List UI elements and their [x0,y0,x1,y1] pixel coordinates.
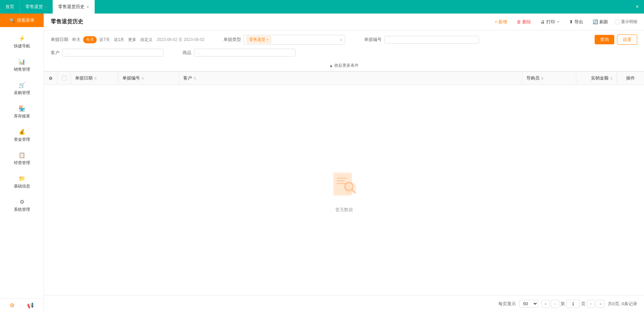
bill-no-input[interactable] [384,36,479,44]
manage-icon: 📋 [18,151,26,159]
date-options: 昨天 今天 近7天 近1月 更多 自定义 [71,36,154,43]
goods-label: 商品 [183,50,191,56]
svg-rect-3 [337,180,345,181]
bill-type-tag: 零售退货 × [247,36,271,43]
filter-collapse-button[interactable]: ▲ 收起更多条件 [51,61,637,71]
sidebar-item-quick[interactable]: ⚡ 快捷导航 [2,30,42,53]
sidebar-item-manage-label: 经营管理 [14,160,30,166]
tab-home[interactable]: 首页 [0,0,20,14]
quick-icon: ⚡ [18,35,26,42]
sidebar-item-stock-label: 库存核算 [14,113,30,119]
last-page-button[interactable]: » [596,300,604,308]
th-customer[interactable]: 客户 ⇅ [179,72,522,85]
collapse-up-icon: ▲ [329,63,333,68]
bill-type-tag-close[interactable]: × [267,38,269,42]
th-checkbox-input[interactable] [62,76,67,81]
filter-collapse-label: 收起更多条件 [334,63,359,68]
first-page-button[interactable]: « [542,300,550,308]
sidebar-item-purchase-label: 采购管理 [14,90,30,96]
tab-retail-return-history-close[interactable]: × [87,5,89,9]
page-total: 共0页, 0条记录 [608,301,637,307]
th-settings-icon: ⚙ [49,76,53,81]
prev-page-button[interactable]: ‹ [551,300,559,308]
system-icon: ⚙ [18,198,26,205]
goods-input[interactable]: … [194,49,295,57]
show-detail-text: 显示明细 [621,19,637,25]
sidebar-item-finance[interactable]: 💰 资金管理 [2,124,42,147]
page-nav: « ‹ 第 页 › » [542,300,604,308]
th-bill-date[interactable]: 单据日期 ⇅ [71,72,118,85]
sidebar-item-quick-label: 快捷导航 [14,43,30,49]
svg-rect-2 [337,178,347,179]
th-checkbox[interactable] [57,72,71,85]
th-bill-no-label: 单据编号 [122,75,140,81]
filter-customer: 客户 … [51,49,164,57]
tab-home-label: 首页 [5,4,14,10]
search-icon: 🔍 [9,18,15,23]
sidebar-item-finance-label: 资金管理 [14,137,30,142]
sidebar-item-sales[interactable]: 📊 销售管理 [2,54,42,76]
sidebar-item-basic[interactable]: 📁 基础信息 [2,171,42,193]
page-unit: 页 [581,301,586,307]
goods-placeholder: … [197,50,201,55]
next-page-button[interactable]: › [587,300,595,308]
th-customer-sort-icon: ⇅ [193,76,196,80]
th-amount[interactable]: 实销金额 ⇅ [576,72,617,85]
new-button[interactable]: + 新增 [492,18,510,26]
tab-retail-return[interactable]: 零售退货 × [20,0,53,14]
show-detail-checkbox[interactable] [615,20,620,24]
delete-button[interactable]: 🗑 删除 [514,18,534,26]
customer-label: 客户 [51,50,59,56]
date-opt-more[interactable]: 更多 [127,36,138,43]
query-settings-buttons: 查询 设置 [595,35,637,45]
settings-button[interactable]: 设置 [617,35,637,45]
th-settings[interactable]: ⚙ [44,72,57,85]
search-menu-button[interactable]: 🔍 搜索菜单 [0,14,44,27]
tab-retail-return-history-label: 零售退货历史 [58,4,85,10]
bill-type-tag-text: 零售退货 [249,37,265,43]
th-guide-label: 导购员 [526,75,540,81]
refresh-button[interactable]: 🔄 刷新 [590,18,611,26]
sidebar-item-purchase[interactable]: 🛒 采购管理 [2,77,42,100]
export-button[interactable]: ⬆ 导出 [567,18,586,26]
tab-retail-return-history[interactable]: 零售退货历史 × [53,0,94,14]
tab-list: 首页 零售退货 × 零售退货历史 × [0,0,630,14]
th-amount-label: 实销金额 [591,75,609,81]
date-opt-1month[interactable]: 近1月 [113,36,126,43]
sidebar-item-manage[interactable]: 📋 经营管理 [2,147,42,170]
bill-type-select[interactable]: 零售退货 × ∨ [244,35,345,45]
date-opt-custom[interactable]: 自定义 [139,36,154,43]
sidebar-item-system[interactable]: ⚙ 系统管理 [2,194,42,217]
tab-retail-return-close[interactable]: × [45,5,47,9]
refresh-icon: 🔄 [593,19,598,24]
window-close-button[interactable]: × [630,0,644,14]
purchase-icon: 🛒 [18,81,26,89]
print-button[interactable]: 🖨 打印 ▼ [538,18,563,26]
bill-no-label: 单据编号 [364,37,382,43]
date-opt-today[interactable]: 今天 [83,36,97,43]
page-number-input[interactable] [566,300,580,308]
sales-icon: 📊 [18,58,26,65]
table-area: ⚙ 单据日期 ⇅ 单据编号 ⇅ 客户 ⇅ 导购员 [44,71,644,295]
table-header: ⚙ 单据日期 ⇅ 单据编号 ⇅ 客户 ⇅ 导购员 [44,71,644,85]
page-label: 第 [560,301,565,307]
th-bill-no[interactable]: 单据编号 ⇅ [118,72,179,85]
page-size-select[interactable]: 50 10 20 100 [519,300,538,308]
customer-input[interactable]: … [62,49,164,57]
customer-placeholder: … [65,50,70,55]
sidebar-bottom: ⚙ 📢 [0,298,44,312]
sidebar-speaker-icon[interactable]: 📢 [27,302,34,309]
date-opt-7days[interactable]: 近7天 [98,36,111,43]
th-guide[interactable]: 导购员 ⇅ [522,72,576,85]
tab-retail-return-label: 零售退货 [25,4,43,10]
date-range-display: 2023-06-02 至 2023-06-02 [157,37,204,43]
th-bill-no-sort-icon: ⇅ [141,76,144,80]
date-opt-yesterday[interactable]: 昨天 [71,36,82,43]
filter-area: 单据日期 昨天 今天 近7天 近1月 更多 自定义 2023-06-02 至 2… [44,30,644,71]
print-label: 打印 [546,19,555,25]
sidebar-item-stock[interactable]: 🏪 库存核算 [2,101,42,123]
th-action: 操作 [617,72,644,85]
page-actions: + 新增 🗑 删除 🖨 打印 ▼ ⬆ 导出 🔄 刷新 显示明细 [492,18,637,26]
sidebar-settings-icon[interactable]: ⚙ [10,302,15,309]
query-button[interactable]: 查询 [595,35,614,44]
